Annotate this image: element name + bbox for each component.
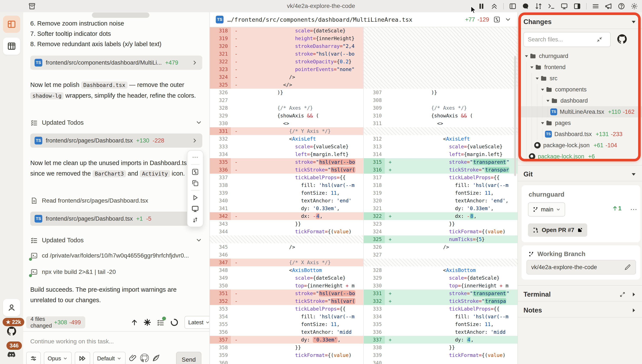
tree-folder-components[interactable]: components: [518, 84, 642, 95]
triangle-down-icon: [630, 171, 637, 178]
send-button[interactable]: Send: [176, 352, 201, 364]
toolbar-play-icon[interactable]: [191, 194, 199, 202]
added-lines-count: +308: [54, 319, 67, 326]
rail-kanban-button[interactable]: [3, 38, 20, 55]
latest-dropdown[interactable]: Latest: [184, 316, 210, 329]
search-files-box[interactable]: [523, 32, 611, 47]
quill-icon[interactable]: [152, 354, 160, 362]
terminal-icon[interactable]: [547, 2, 555, 10]
diff-cell-right: 321 dy: '0.33em',: [363, 204, 517, 212]
tool-action-label: cd /private/var/folders/10/h7w0q46556ggr…: [42, 252, 189, 259]
tree-file-Dashboard.tsx[interactable]: TSDashboard.tsx+131-233: [518, 128, 642, 140]
tree-file-package-lock.json[interactable]: package-lock.json+61-104: [518, 140, 642, 151]
files-changed-pill[interactable]: 4 files changed +308 -499: [26, 316, 85, 328]
diff-cell-left: 335- stroke="hsl(var(--bo: [210, 158, 363, 166]
diff-cell-right: 334 fill: 'hsl(var(--m: [363, 313, 517, 320]
terminal-section-header[interactable]: Terminal: [518, 288, 642, 301]
file-change-chip[interactable]: TSfrontend/src/pages/Dashboard.tsx+130-2…: [30, 134, 202, 148]
branch-dropdown[interactable]: main: [528, 202, 565, 216]
tree-label: MultiLineArea.tsx: [560, 108, 604, 115]
chevron-down-icon[interactable]: [505, 16, 511, 23]
menu-icon[interactable]: [592, 2, 599, 10]
separator: [503, 3, 504, 10]
tool-action-row[interactable]: Read frontend/src/pages/Dashboard.tsx: [30, 196, 202, 206]
git-more-menu[interactable]: …: [630, 203, 638, 212]
diff-row: 358 }}338 }}: [210, 344, 517, 351]
attach-icon[interactable]: [129, 354, 137, 362]
working-branch-input[interactable]: vk/4e2a-explore-the-code: [526, 260, 636, 274]
panel-right-icon[interactable]: [573, 2, 581, 10]
file-change-chip[interactable]: TSfrontend/src/components/dashboard/Mult…: [30, 56, 202, 70]
tree-folder-src[interactable]: src: [518, 73, 642, 84]
open-pr-button[interactable]: Open PR #7: [528, 224, 587, 237]
rail-person-button[interactable]: [3, 299, 20, 316]
search-input[interactable]: [524, 36, 596, 43]
edit-pencil-icon[interactable]: [624, 264, 631, 271]
toolbar-monitor-icon[interactable]: [191, 205, 199, 213]
help-icon[interactable]: [617, 2, 625, 10]
tree-folder-churnguard[interactable]: churnguard: [518, 50, 642, 62]
diff-row: 351- stroke="hsl(var(--bo331+ stroke="tr…: [210, 290, 517, 297]
diff-row: 332 <AxisLeft312 <AxisLeft: [210, 135, 517, 143]
tree-folder-dashboard[interactable]: dashboard: [518, 95, 642, 106]
monitor-icon[interactable]: [560, 2, 568, 10]
github-cat-icon[interactable]: [140, 354, 149, 362]
diff-cell-left: 345 />: [210, 243, 363, 251]
chat-input[interactable]: Continue working on this task...: [30, 338, 202, 345]
git-repo-name: churnguard: [529, 191, 564, 198]
added-lines-count: +130: [136, 137, 149, 144]
chevron-right-icon: [192, 137, 198, 144]
settings-gear-icon[interactable]: [630, 2, 638, 10]
diff-row: 356 textAnchor: 'midd336 textAnchor: 'mi…: [210, 328, 517, 336]
expand-icon[interactable]: [619, 291, 626, 298]
model-dropdown[interactable]: Opus: [44, 352, 72, 364]
triangle-down-icon: [630, 19, 637, 25]
diff-cell-left: 327: [210, 96, 363, 104]
diff-cell-left: 326 )}: [210, 89, 363, 96]
tool-action-label: Read frontend/src/pages/Dashboard.tsx: [42, 197, 148, 204]
sparkle-icon[interactable]: [143, 318, 151, 326]
diff-row: 334 left={margin.left}314 left={margin.l…: [210, 150, 517, 158]
pause-icon[interactable]: [477, 2, 485, 10]
chat-bubble-icon[interactable]: [522, 2, 529, 10]
file-change-chip[interactable]: TSfrontend/src/pages/Dashboard.tsx+1-5: [30, 212, 202, 226]
tree-file-package-lock.json[interactable]: package-lock.json+6: [518, 151, 642, 162]
mode-dropdown[interactable]: Default: [93, 352, 125, 364]
github-cat-icon[interactable]: [617, 34, 627, 44]
tree-folder-frontend[interactable]: frontend: [518, 62, 642, 73]
toolbar-diffsq-icon[interactable]: [191, 168, 199, 176]
collapse-up-icon[interactable]: [490, 2, 498, 10]
tree-folder-pages[interactable]: pages: [518, 118, 642, 128]
settings-sliders-button[interactable]: [26, 352, 41, 364]
added-lines-count: +131: [596, 131, 609, 138]
panel-left-icon[interactable]: [509, 2, 517, 10]
commits-ahead[interactable]: 1: [612, 205, 621, 212]
diff-row: 326 )}307 )}: [210, 89, 517, 96]
git-section-header[interactable]: Git: [518, 168, 642, 181]
compress-icon[interactable]: [596, 36, 603, 43]
diff-scrollbar[interactable]: [514, 56, 516, 176]
swap-branches-icon[interactable]: [535, 2, 542, 10]
fast-forward-button[interactable]: [75, 352, 90, 364]
diff-row: 355 fontSize: 11,335 fontSize: 11,: [210, 320, 517, 328]
toolbar-compare-icon[interactable]: [191, 216, 199, 224]
diff-row: 357- dy: '0.33em',337+ dy: 4,: [210, 336, 517, 344]
changes-section-header[interactable]: Changes: [518, 15, 642, 28]
tree-file-MultiLineArea.tsx[interactable]: TSMultiLineArea.tsx+110-162: [518, 106, 642, 118]
diff-row: 333 scale={valueScale}313 scale={valueSc…: [210, 143, 517, 150]
diff-row: 321- stroke="hsl(var(--bo: [210, 50, 517, 58]
scroll-up-icon[interactable]: [130, 318, 139, 326]
todos-status-icon[interactable]: [157, 318, 165, 326]
toolbar-copy-icon[interactable]: [191, 179, 199, 187]
tree-label: Dashboard.tsx: [554, 131, 592, 138]
diff-view-icon[interactable]: [493, 16, 501, 24]
notes-title: Notes: [523, 306, 542, 314]
tool-action-row[interactable]: npx vite build 2>&1 | tail -20: [30, 267, 202, 277]
working-branch-title: Working Branch: [537, 250, 585, 258]
updated-todos-row[interactable]: Updated Todos: [30, 118, 202, 127]
notes-section-header[interactable]: Notes: [518, 304, 642, 317]
updated-todos-row[interactable]: Updated Todos: [30, 236, 202, 245]
rail-layout-button[interactable]: [3, 16, 20, 33]
megaphone-icon[interactable]: [605, 2, 612, 10]
tool-action-row[interactable]: cd /private/var/folders/10/h7w0q46556ggr…: [30, 251, 202, 260]
